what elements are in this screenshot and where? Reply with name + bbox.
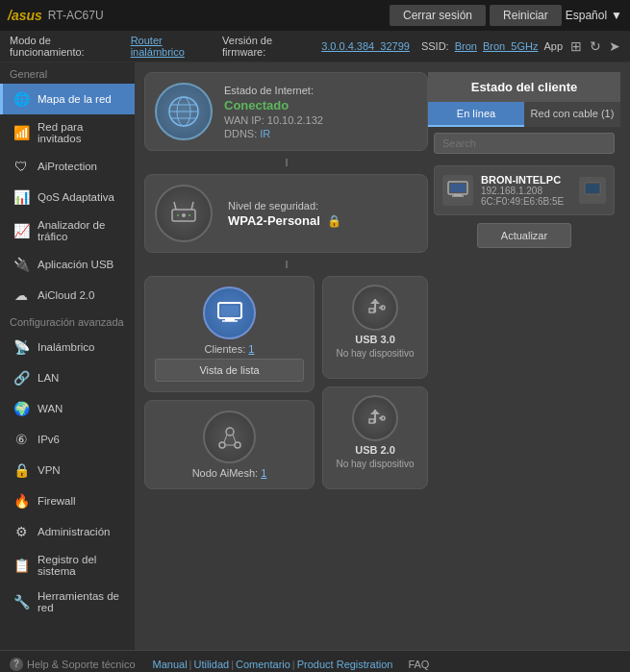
svg-point-10: [189, 214, 190, 216]
qr-code-icon[interactable]: ⊞: [570, 38, 582, 54]
list-view-button[interactable]: Vista de lista: [155, 359, 304, 382]
connector-security-lower: [286, 261, 288, 268]
device-name: BRON-INTELPC: [481, 174, 571, 186]
manual-link[interactable]: Manual: [153, 659, 188, 670]
top-bar: /asus RT-AC67U Cerrar sesión Reiniciar E…: [0, 0, 630, 31]
sidebar-item-aiprotection[interactable]: 🛡 AiProtection: [0, 151, 135, 182]
restart-button[interactable]: Reiniciar: [490, 5, 562, 26]
computer-svg-icon: [216, 300, 243, 327]
sidebar-label-wan: WAN: [38, 403, 63, 414]
sidebar-item-usb-app[interactable]: 🔌 Aplicación USB: [0, 249, 135, 280]
device-ip: 192.168.1.208: [481, 186, 571, 196]
shield-icon: 🛡: [13, 158, 30, 175]
security-value-text: WPA2-Personal: [228, 213, 320, 228]
arrow-icon[interactable]: ➤: [609, 38, 620, 54]
internet-status-value: Conectado: [224, 98, 417, 112]
clients-label-text: Clientes:: [205, 343, 246, 355]
log-icon: 📋: [13, 557, 30, 574]
svg-point-15: [226, 428, 234, 436]
tab-online[interactable]: En línea: [428, 102, 524, 127]
logout-button[interactable]: Cerrar sesión: [390, 5, 486, 26]
footer-links: Manual | Utilidad | Comentario | Product…: [153, 659, 393, 670]
svg-line-18: [224, 435, 227, 442]
aimesh-count-link[interactable]: 1: [261, 467, 266, 479]
lower-right: USB 3.0 No hay dispositivo: [322, 276, 428, 489]
logo-model-text: RT-AC67U: [48, 9, 104, 22]
chart-icon: 📊: [13, 188, 30, 206]
ssid-5g-link[interactable]: Bron_5GHz: [483, 40, 538, 52]
usb3-node: USB 3.0 No hay dispositivo: [322, 276, 428, 379]
internet-wan-detail: WAN IP: 10.10.2.132: [224, 114, 417, 126]
aimesh-icon-circle: [203, 411, 256, 463]
sidebar-item-tools[interactable]: 🔧 Herramientas de red: [0, 584, 135, 620]
sidebar-item-lan[interactable]: 🔗 LAN: [0, 362, 135, 393]
sidebar-label-usb-app: Aplicación USB: [38, 259, 113, 270]
bottom-bar: ? Help & Soporte técnico Manual | Utilid…: [0, 650, 630, 672]
ssid-value-link[interactable]: Bron: [455, 40, 477, 52]
sidebar-item-administration[interactable]: ⚙ Administración: [0, 516, 135, 547]
question-icon: ?: [10, 658, 23, 671]
device-row: BRON-INTELPC 192.168.1.208 6C:F0:49:E6:6…: [442, 174, 606, 207]
sidebar-item-vpn[interactable]: 🔒 VPN: [0, 455, 135, 485]
vpn-icon: 🔒: [13, 461, 30, 479]
sidebar-item-ipv6[interactable]: ⑥ IPv6: [0, 424, 135, 455]
sidebar-label-ipv6: IPv6: [38, 434, 60, 445]
internet-icon-circle: [155, 83, 213, 140]
svg-point-17: [235, 442, 240, 448]
usb2-svg-icon: [363, 406, 388, 431]
sidebar-item-aicloud[interactable]: ☁ AiCloud 2.0: [0, 280, 135, 311]
router-svg-icon: [168, 198, 199, 229]
sidebar-item-firewall[interactable]: 🔥 Firewall: [0, 485, 135, 516]
device-info: BRON-INTELPC 192.168.1.208 6C:F0:49:E6:6…: [481, 174, 571, 207]
sidebar-item-syslog[interactable]: 📋 Registro del sistema: [0, 547, 135, 584]
language-selector[interactable]: Español ▼: [566, 9, 622, 22]
usb3-status: No hay dispositivo: [336, 348, 414, 359]
clients-count-link[interactable]: 1: [248, 343, 254, 355]
update-button[interactable]: Actualizar: [477, 223, 571, 248]
firmware-value-link[interactable]: 3.0.0.4.384_32799: [321, 40, 410, 52]
search-input[interactable]: [434, 133, 615, 154]
faq-label[interactable]: FAQ: [408, 659, 429, 670]
connector-internet-security: [286, 159, 288, 166]
logo-asus-text: /asus: [8, 8, 42, 23]
sidebar-label-lan: LAN: [38, 372, 59, 384]
aimesh-label-text: Nodo AiMesh:: [192, 467, 258, 479]
sidebar-item-network-map[interactable]: 🌐 Mapa de la red: [0, 84, 135, 114]
tools-icon: 🔧: [13, 593, 30, 610]
tab-wired[interactable]: Red con cable (1): [524, 102, 620, 127]
ssid-label: SSID:: [421, 40, 449, 52]
device-computer-icon: [447, 180, 468, 201]
internet-ddns-detail: DDNS: IR: [224, 128, 417, 139]
sidebar-label-syslog: Registro del sistema: [38, 554, 125, 577]
wan-ip-value: 10.10.2.132: [267, 114, 323, 126]
sidebar-item-guest-network[interactable]: 📶 Red para invitados: [0, 114, 135, 151]
app-label: App: [543, 40, 563, 52]
sidebar-item-wan[interactable]: 🌍 WAN: [0, 393, 135, 424]
mode-value-link[interactable]: Router inalámbrico: [131, 35, 216, 58]
refresh-icon[interactable]: ↻: [590, 38, 601, 54]
sidebar-item-qos[interactable]: 📊 QoS Adaptativa: [0, 182, 135, 212]
panel-search: [428, 127, 620, 160]
lower-left: Clientes: 1 Vista de lista: [144, 276, 315, 489]
comment-link[interactable]: Comentario: [236, 659, 290, 670]
ddns-value-link[interactable]: IR: [260, 128, 270, 139]
sidebar-item-traffic[interactable]: 📈 Analizador de tráfico: [0, 212, 135, 249]
language-label: Español: [566, 9, 607, 22]
aimesh-svg-icon: [216, 424, 243, 451]
security-icon-circle: [155, 185, 213, 242]
ipv6-icon: ⑥: [13, 431, 30, 448]
security-node: Nivel de seguridad: WPA2-Personal 🔒: [144, 174, 428, 253]
utility-link[interactable]: Utilidad: [193, 659, 229, 670]
info-bar: Modo de funcionamiento: Router inalámbri…: [0, 31, 630, 62]
product-registration-link[interactable]: Product Registration: [297, 659, 393, 670]
network-map-panel: Estado de Internet: Conectado WAN IP: 10…: [144, 72, 428, 640]
svg-rect-32: [586, 184, 599, 193]
client-status-panel: Estado del cliente En línea Red con cabl…: [428, 72, 620, 640]
clients-node: Clientes: 1 Vista de lista: [144, 276, 315, 392]
security-level-value: WPA2-Personal 🔒: [228, 213, 417, 228]
internet-node: Estado de Internet: Conectado WAN IP: 10…: [144, 72, 428, 151]
sidebar-item-wireless[interactable]: 📡 Inalámbrico: [0, 332, 135, 362]
svg-point-16: [219, 442, 225, 448]
lower-row: Clientes: 1 Vista de lista: [144, 276, 428, 489]
globe-icon: 🌐: [13, 90, 30, 108]
